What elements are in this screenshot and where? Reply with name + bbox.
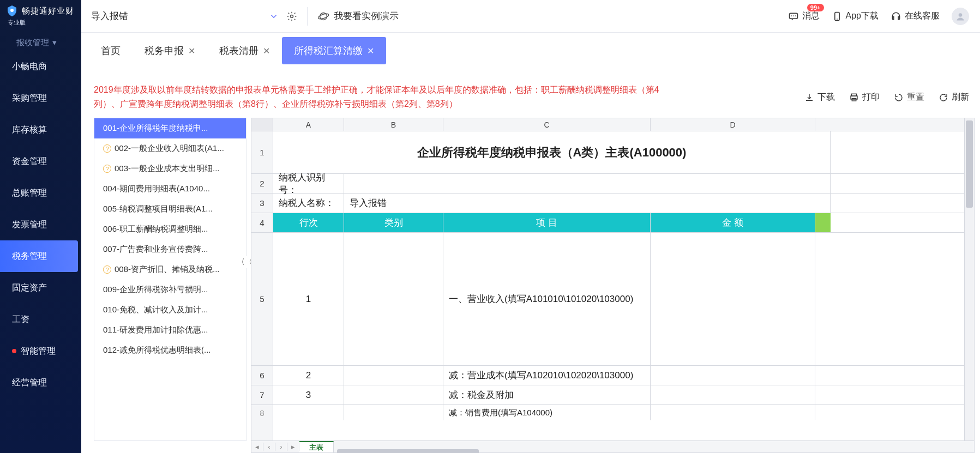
row-header[interactable]: 8 [251,405,273,420]
action-bar: 下载 打印 重置 刷新 [804,92,969,103]
cell[interactable] [344,405,443,420]
tree-item-011[interactable]: 011-研发费用加计扣除优惠... [94,320,246,340]
tree-item-002[interactable]: ?002-一般企业收入明细表(A1... [94,138,246,159]
demo-link[interactable]: 我要看实例演示 [317,10,399,22]
close-icon[interactable]: ✕ [188,46,195,56]
cell[interactable] [815,366,831,385]
hdr-item: 项 目 [443,213,651,232]
cell[interactable] [651,405,815,420]
sheet-corner[interactable] [251,118,273,131]
scrollbar-thumb[interactable] [966,120,973,208]
tree-item-001[interactable]: 001-企业所得税年度纳税申... [94,118,246,138]
nav-item-salary[interactable]: 工资 [0,304,81,335]
nav-item-smart[interactable]: 智能管理 [0,335,81,367]
tab-tax-list[interactable]: 税表清册✕ [207,37,282,64]
tree-item-008[interactable]: ?008-资产折旧、摊销及纳税... [94,259,246,280]
question-icon: ? [103,265,111,274]
cell[interactable] [344,366,443,385]
tab-home[interactable]: 首页 [89,37,133,64]
row-header[interactable]: 4 [251,213,273,233]
download-button[interactable]: 下载 [804,92,835,103]
cell[interactable] [651,233,815,365]
gear-icon[interactable] [286,11,297,22]
row-header[interactable]: 3 [251,194,273,213]
tree-item-005[interactable]: 005-纳税调整项目明细表(A1... [94,199,246,219]
avatar[interactable] [952,8,969,25]
print-button[interactable]: 打印 [849,92,880,103]
tree-item-003[interactable]: ?003-一般企业成本支出明细... [94,159,246,179]
cell[interactable] [815,233,831,365]
collapse-tree-button[interactable]: 〈〈 [240,256,250,268]
message-icon [788,11,799,22]
badge: 99+ [807,4,824,11]
table-row: 纳税人名称： 导入报错 [273,194,964,213]
sheet-nav-first[interactable]: ◂ [251,443,263,451]
cell[interactable] [344,385,443,404]
cell[interactable] [815,385,831,404]
nav-item-tax[interactable]: 税务管理 [0,240,78,272]
nav-item-baoshou[interactable]: 报收管理▾ [0,34,81,51]
brand-logo-icon [5,4,19,17]
nav-item-purchase[interactable]: 采购管理 [0,82,81,114]
row-header[interactable]: 2 [251,174,273,194]
cell[interactable]: 3 [273,385,344,404]
tab-income-tax-settle[interactable]: 所得税汇算清缴✕ [282,37,386,64]
col-header[interactable]: C [443,118,651,131]
taxpayer-id-label: 纳税人识别号： [273,174,344,193]
form-title: 企业所得税年度纳税申报表（A类）主表(A100000) [273,131,831,173]
tab-tax-filing[interactable]: 税务申报✕ [133,37,207,64]
tree-item-009[interactable]: 009-企业所得税弥补亏损明... [94,280,246,300]
nav-item-ops[interactable]: 经营管理 [0,367,81,398]
reset-button[interactable]: 重置 [894,92,924,103]
nav-item-invoice[interactable]: 发票管理 [0,209,81,240]
cell[interactable] [651,366,815,385]
cell[interactable]: 减：税金及附加 [443,385,651,404]
tree-item-012[interactable]: 012-减免所得税优惠明细表(... [94,340,246,360]
tree-item-010[interactable]: 010-免税、减计收入及加计... [94,300,246,320]
nav-item-ecom[interactable]: 小畅电商 [0,51,81,82]
cell[interactable] [815,405,831,420]
sheet-tab-main[interactable]: 主表 [299,441,334,452]
table-row: 3 减：税金及附加 [273,385,964,405]
cell[interactable]: 减：营业成本(填写A102010\102020\103000) [443,366,651,385]
svg-point-3 [317,13,329,20]
nav-item-funds[interactable]: 资金管理 [0,146,81,177]
cell[interactable] [651,385,815,404]
search-input[interactable]: 导入报错 [90,7,280,26]
nav-list: 报收管理▾ 小畅电商 采购管理 库存核算 资金管理 总账管理 发票管理 税务管理… [0,30,81,398]
sheet-nav-last[interactable]: ▸ [287,443,299,451]
taxpayer-name-label: 纳税人名称： [273,194,344,213]
sheet-nav-next[interactable]: › [275,443,287,451]
support-button[interactable]: 在线客服 [891,10,940,22]
col-header[interactable]: B [344,118,443,131]
col-header[interactable] [815,118,831,131]
nav-item-ledger[interactable]: 总账管理 [0,177,81,209]
nav-item-inventory[interactable]: 库存核算 [0,114,81,146]
tree-item-004[interactable]: 004-期间费用明细表(A1040... [94,179,246,199]
taxpayer-name-value[interactable]: 导入报错 [344,194,831,213]
sheet-nav-prev[interactable]: ‹ [263,443,275,451]
row-header[interactable]: 1 [251,131,273,174]
tree-item-006[interactable]: 006-职工薪酬纳税调整明细... [94,219,246,239]
row-header[interactable]: 6 [251,366,273,385]
scrollbar-thumb[interactable] [337,449,479,454]
row-header[interactable]: 5 [251,233,273,366]
cell[interactable]: 2 [273,366,344,385]
close-icon[interactable]: ✕ [367,46,374,56]
col-header[interactable]: A [273,118,344,131]
close-icon[interactable]: ✕ [263,46,270,56]
col-header[interactable]: D [651,118,815,131]
cell[interactable] [344,233,443,365]
cell[interactable]: 减：销售费用(填写A104000) [443,405,651,420]
messages-button[interactable]: 消息 99+ [788,10,820,22]
vertical-scrollbar[interactable] [964,118,974,440]
row-header[interactable]: 7 [251,385,273,405]
cell[interactable] [273,405,344,420]
cell[interactable]: 1 [273,233,344,365]
refresh-button[interactable]: 刷新 [939,92,969,103]
tree-item-007[interactable]: 007-广告费和业务宣传费跨... [94,239,246,259]
taxpayer-id-value[interactable] [344,174,831,193]
app-download-button[interactable]: App下载 [832,10,879,22]
cell[interactable]: 一、营业收入(填写A101010\101020\103000) [443,233,651,365]
nav-item-assets[interactable]: 固定资产 [0,272,81,304]
